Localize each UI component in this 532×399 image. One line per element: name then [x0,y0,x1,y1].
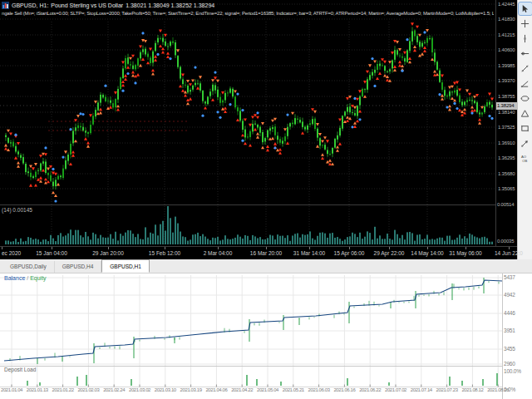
time-axis-tick [108,247,109,249]
tester-date-label: 2021.03.19 [180,387,202,392]
tester-date-label: 2021.03.02 [129,387,150,392]
tab-gbpusd-h1[interactable]: GBPUSD,H1 [101,259,150,273]
tool-crosshair-button[interactable] [519,17,532,30]
tool-arrow-line-button[interactable] [519,137,532,150]
time-axis-label: 29 Apr 22:00 [374,250,405,256]
time-axis-label: 31 Mar 14:00 [293,250,325,256]
chart-title: GBPUSD, H1: Pound Sterling vs US Dollar … [2,1,214,10]
price-axis-label: 1.41215 [498,32,515,37]
tab-gbpusd-h4[interactable]: GBPUSD,H4 [55,261,102,273]
tool-cursor-button[interactable] [519,2,532,15]
time-axis-label: 14 Jun 22:0 [495,250,523,256]
horizontal-line-icon [520,47,530,62]
arrow-line-icon [520,136,530,151]
chart-tab-bar: GBPUSD,DailyGBPUSD,H4GBPUSD,H1 [0,259,532,273]
time-axis-label: 15 Apr 06:00 [334,250,365,256]
tester-date-label: 2021.07.02 [385,387,406,392]
mt5-terminal-window: GBPUSD, H1: Pound Sterling vs US Dollar … [0,0,532,399]
tool-vertical-line-button[interactable] [519,32,532,45]
tester-date-label: 2021.01.22 [52,387,74,392]
time-axis-label: 29 Jan 20:00 [92,250,124,256]
chart-title-description: Pound Sterling vs US Dollar [51,2,123,8]
price-axis-label: 1.39985 [498,63,515,68]
svg-text:OB: OB [522,159,527,163]
price-axis-label: 1.38140 [498,110,515,115]
tester-date-label: 2021.06.16 [333,387,355,392]
tool-triangle-button[interactable] [519,107,532,120]
price-candle-chart[interactable] [0,0,495,246]
price-axis-label: 1.41830 [498,17,515,22]
price-axis-label: 1.40600 [498,47,515,52]
crosshair-icon [520,17,530,32]
ellipse-icon [520,91,530,106]
time-axis-tick [309,247,310,249]
tool-trendline-button[interactable] [519,62,532,75]
tester-date-label: 2021.08.12 [461,387,483,392]
current-price-tag: 1.38294 [496,102,518,110]
tester-date-label: 2021.07.23 [436,387,458,392]
chart-title-symbol: GBPUSD, H1: [12,2,48,8]
legend-balance-label: Balance [4,275,25,281]
time-axis-label: ec 2020 [2,250,21,256]
time-axis-label: 16 Mar 20:00 [250,250,282,256]
balance-equity-graph[interactable] [0,273,532,399]
tester-date-label: 2021.06.22 [359,387,381,392]
tester-date-label: 2021.01.13 [27,387,48,392]
tool-rectangle-button[interactable] [519,122,532,135]
price-axis-label: 1.37525 [498,125,515,130]
tester-date-label: 2021.04.22 [231,387,253,392]
price-axis-label: 1.39370 [498,78,515,83]
tool-angle-trendline-button[interactable] [519,77,532,90]
time-axis-tick [266,247,267,249]
trendline-icon [520,62,530,76]
tester-report-region[interactable]: Balance / Equity Deposit Load 100.0% 0.0… [0,273,532,399]
tool-ellipse-button[interactable] [519,92,532,105]
time-axis-tick [389,247,390,249]
tester-date-label: 2021.08.26 [487,387,509,392]
time-axis-label: 15 Feb 12:00 [149,250,180,256]
time-axis-label: 2 Mar 04:00 [204,250,233,256]
time-axis-label: 31 May 06:00 [449,250,481,256]
angle-trendline-icon [520,76,530,91]
chart-title-ohlc: 1.38021 1.38049 1.38252 1.38294 [126,2,214,8]
time-axis-tick [427,247,428,249]
time-axis-tick [466,247,466,249]
tester-date-label: 2021.07.14 [411,387,432,392]
balance-axis-label: 3455 [504,346,515,352]
volume-axis-min-label: 0.00035 [497,239,514,244]
ea-parameters-text: ngale Sell (Mn=; iStartLots=0.00; SLTP=;… [2,11,494,16]
time-axis-tick [52,247,52,249]
tester-date-label: 2021.02.24 [103,387,125,392]
tab-gbpusd-daily[interactable]: GBPUSD,Daily [2,261,55,273]
time-axis-tick [349,247,350,249]
balance-axis-label: 3951 [504,328,515,333]
time-axis[interactable]: ec 202015 Jan 04:0029 Jan 20:0015 Feb 12… [0,246,517,259]
text-objects-icon: AOOB [520,151,530,166]
drawing-toolbar: AOOB [517,0,532,259]
chart-icon [2,2,9,9]
balance-axis-label: 4942 [504,292,515,298]
triangle-icon [520,106,530,121]
tester-date-label: 2021.04.06 [205,387,227,392]
time-axis-tick [165,247,165,249]
deposit-load-max-label: 100.0% [504,368,521,374]
rectangle-icon [520,121,530,136]
indicator-value-label: (14) 0.00145 [2,207,32,213]
deposit-load-label: Deposit Load [4,367,36,372]
price-axis[interactable]: 1.38294 0.00514 0.00035 1.424451.418301.… [495,0,517,246]
tool-text-objects-button[interactable]: AOOB [519,152,532,165]
price-axis-label: 1.42445 [498,2,515,7]
price-axis-label: 1.36910 [498,140,515,145]
cursor-icon [520,2,530,17]
tester-date-label: 2021.05.21 [283,387,304,392]
tester-date-label: 2021.06.03 [308,387,330,392]
time-axis-tick [509,247,510,249]
balance-axis-label: 4446 [504,310,515,316]
time-axis-label: 15 Jan 04:00 [36,250,67,256]
price-chart-region[interactable]: GBPUSD, H1: Pound Sterling vs US Dollar … [0,0,517,259]
balance-axis-label: 5437 [504,274,515,280]
tool-horizontal-line-button[interactable] [519,47,532,60]
tester-legend: Balance / Equity [4,275,47,281]
volume-axis-max-label: 0.00514 [497,202,514,207]
time-axis-tick [218,247,219,249]
